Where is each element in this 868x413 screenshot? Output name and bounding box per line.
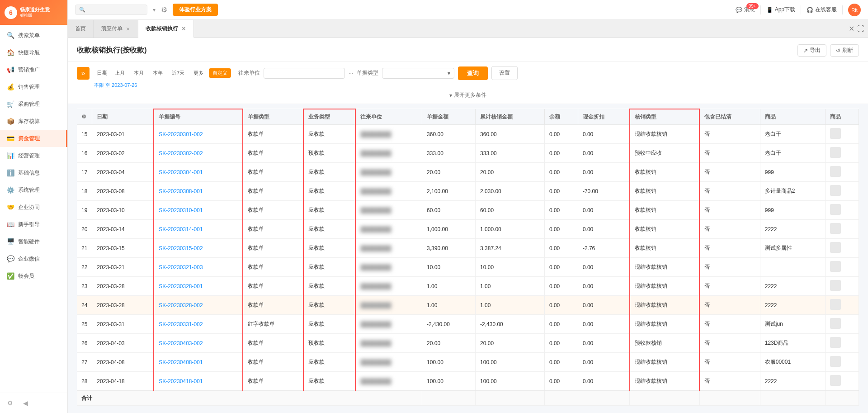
- cell-doc-type: 收款单: [243, 258, 304, 277]
- doc-no-link[interactable]: SK-20230302-002: [159, 150, 203, 157]
- date-pill-more[interactable]: 更多: [190, 68, 207, 78]
- doc-no-link[interactable]: SK-20230403-002: [159, 340, 203, 347]
- doc-no-link[interactable]: SK-20230408-001: [159, 359, 203, 366]
- sidebar-item-system[interactable]: ⚙️ 系统管理: [0, 181, 67, 199]
- system-icon: ⚙️: [6, 186, 14, 194]
- tab-collection-close[interactable]: ×: [181, 24, 186, 33]
- doc-no-link[interactable]: SK-20230304-001: [159, 169, 203, 176]
- topbar-search-box[interactable]: 🔍: [75, 5, 147, 15]
- tab-prepay[interactable]: 预应付单 ×: [94, 20, 138, 38]
- cell-product-thumb: [825, 258, 859, 277]
- cell-product-thumb: [825, 315, 859, 334]
- chevron-down-icon: ▾: [448, 70, 450, 76]
- partner-input[interactable]: [264, 68, 345, 79]
- cell-amount: -2,430.00: [422, 315, 476, 334]
- notification-area[interactable]: 💬 消息 99+: [736, 6, 755, 14]
- sidebar-item-basic[interactable]: ℹ️ 基础信息: [0, 164, 67, 181]
- cell-cancel-type: 现结收款核销: [630, 125, 700, 144]
- cell-seq: 28: [77, 372, 92, 391]
- sidebar-item-operations[interactable]: 📊 经营管理: [0, 147, 67, 164]
- table-row: 23 2023-03-28 SK-20230328-001 收款单 应收款 ██…: [77, 277, 859, 296]
- cell-biz-type: 预收款: [303, 334, 355, 353]
- settings-bottom-icon[interactable]: ⚙: [5, 398, 15, 408]
- date-pill-custom[interactable]: 自定义: [209, 68, 231, 78]
- cell-amount: 360.00: [422, 125, 476, 144]
- date-pill-this-year[interactable]: 本年: [149, 68, 166, 78]
- cell-date: 2023-03-02: [92, 144, 154, 163]
- sidebar-item-hardware[interactable]: 🖥️ 智能硬件: [0, 233, 67, 250]
- sidebar-item-guide[interactable]: 📖 新手引导: [0, 216, 67, 233]
- tab-collection[interactable]: 收款核销执行 ×: [138, 20, 194, 38]
- expand-more-conditions-link[interactable]: ▾ 展开更多条件: [449, 91, 486, 99]
- doc-no-link[interactable]: SK-20230301-002: [159, 131, 203, 138]
- cell-seq: 23: [77, 277, 92, 296]
- cell-include-settled: 否: [699, 315, 760, 334]
- filter-expand-button[interactable]: »: [77, 67, 90, 80]
- doc-no-link[interactable]: SK-20230308-001: [159, 188, 203, 195]
- cell-cancel-type: 收款核销: [630, 182, 700, 201]
- th-settings[interactable]: ⚙: [77, 109, 92, 125]
- cell-seq: 25: [77, 315, 92, 334]
- doc-no-link[interactable]: SK-20230328-002: [159, 302, 203, 309]
- logo-sub: 标推版: [20, 13, 50, 19]
- sidebar-item-marketing[interactable]: 📢 营销推广: [0, 61, 67, 78]
- app-download-link[interactable]: 📱 App下载: [766, 6, 795, 14]
- doc-no-link[interactable]: SK-20230328-001: [159, 283, 203, 290]
- cell-partner: ████████: [355, 239, 422, 258]
- sidebar-item-quick-nav[interactable]: 🏠 快捷导航: [0, 44, 67, 61]
- cell-amount: 10.00: [422, 258, 476, 277]
- cell-product-thumb: [825, 353, 859, 372]
- cell-doc-type: 收款单: [243, 334, 304, 353]
- sidebar-item-search[interactable]: 🔍 搜索菜单: [0, 27, 67, 44]
- cell-product: 2222: [760, 277, 825, 296]
- doc-type-select[interactable]: ▾: [382, 68, 454, 79]
- tab-home[interactable]: 首页: [68, 20, 94, 38]
- doc-no-link[interactable]: SK-20230310-001: [159, 207, 203, 214]
- sidebar-item-collab[interactable]: 🤝 企业协同: [0, 199, 67, 216]
- sidebar-item-inventory[interactable]: 📦 库存核算: [0, 113, 67, 130]
- partner-filter-label: 往来单位: [238, 69, 260, 77]
- topbar-dropdown-icon[interactable]: ▾: [153, 7, 156, 13]
- collapse-icon[interactable]: ◀: [20, 398, 31, 408]
- doc-no-link[interactable]: SK-20230315-002: [159, 245, 203, 252]
- operations-icon: 📊: [6, 152, 14, 160]
- online-service-link[interactable]: 🎧 在线客服: [807, 6, 837, 14]
- tabbar: 首页 预应付单 × 收款核销执行 × ✕ ⛶: [68, 20, 868, 38]
- industry-solution-button[interactable]: 体验行业方案: [173, 4, 218, 16]
- doc-no-link[interactable]: SK-20230331-002: [159, 321, 203, 328]
- filter-settings-button[interactable]: 设置: [491, 66, 518, 80]
- cell-product-thumb: [825, 296, 859, 315]
- doc-no-link[interactable]: SK-20230321-003: [159, 264, 203, 271]
- doc-no-link[interactable]: SK-20230418-001: [159, 378, 203, 385]
- collab-icon: 🤝: [6, 203, 14, 211]
- tab-maximize-icon[interactable]: ⛶: [857, 25, 864, 33]
- topbar-settings-icon[interactable]: ⚙: [161, 5, 167, 14]
- query-button[interactable]: 查询: [458, 66, 488, 80]
- tab-close-all-icon[interactable]: ✕: [849, 24, 854, 33]
- sidebar-item-label: 营销推广: [18, 66, 40, 74]
- more-conditions-dots[interactable]: ···: [349, 70, 353, 76]
- sidebar-item-finance[interactable]: 💳 资金管理: [0, 130, 67, 147]
- cell-biz-type: 应收款: [303, 315, 355, 334]
- refresh-button[interactable]: ↺ 刷新: [830, 44, 859, 57]
- sales-icon: 💰: [6, 83, 14, 91]
- table-row: 15 2023-03-01 SK-20230301-002 收款单 应收款 ██…: [77, 125, 859, 144]
- date-pill-this-month[interactable]: 本月: [130, 68, 147, 78]
- sidebar-item-purchase[interactable]: 🛒 采购管理: [0, 95, 67, 113]
- cell-biz-type: 应收款: [303, 372, 355, 391]
- sidebar-item-member[interactable]: ✅ 畅会员: [0, 267, 67, 285]
- doc-no-link[interactable]: SK-20230314-001: [159, 226, 203, 233]
- date-pill-last-month[interactable]: 上月: [111, 68, 128, 78]
- user-avatar[interactable]: Rit: [848, 4, 861, 16]
- cell-date: 2023-04-08: [92, 353, 154, 372]
- date-pill-7days[interactable]: 近7天: [168, 68, 188, 78]
- tab-prepay-close[interactable]: ×: [125, 24, 131, 33]
- export-button[interactable]: ↗ 导出: [797, 44, 826, 57]
- cell-amount: 100.00: [422, 353, 476, 372]
- sidebar-item-wechat[interactable]: 💬 企业微信: [0, 250, 67, 267]
- hardware-icon: 🖥️: [6, 237, 14, 246]
- cell-discount: 0.00: [578, 277, 629, 296]
- cell-balance: 0.00: [544, 220, 578, 239]
- table-row: 21 2023-03-15 SK-20230315-002 收款单 应收款 ██…: [77, 239, 859, 258]
- sidebar-item-sales[interactable]: 💰 销售管理: [0, 78, 67, 95]
